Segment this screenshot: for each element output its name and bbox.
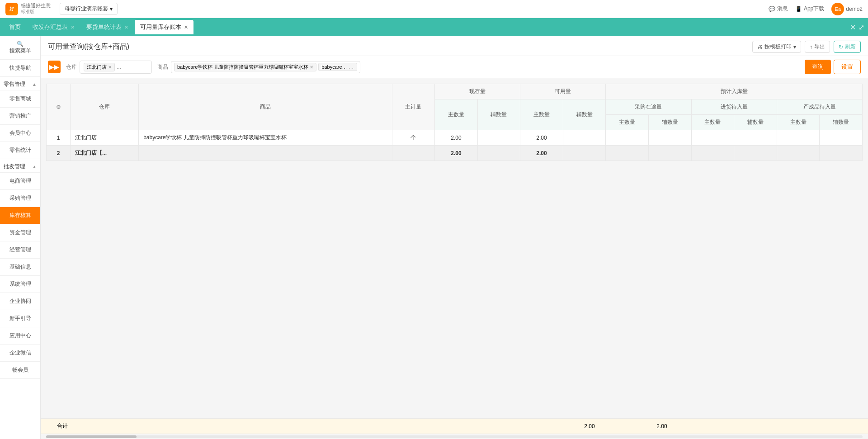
tab-available-inventory[interactable]: 可用量库存账本 ✕	[135, 20, 193, 34]
col-avail-aux-header: 辅数量	[563, 99, 606, 130]
sidebar-item-member[interactable]: 会员中心	[0, 125, 40, 142]
expand-icon[interactable]: ⤢	[859, 23, 864, 32]
col-planned-header: 预计入库量	[606, 84, 863, 99]
tab-collection-summary-label: 收发存汇总表	[33, 23, 68, 31]
product-input[interactable]: babycare学饮杯 儿童防摔防撞吸管杯重力球吸嘴杯宝宝水杯 ✕ babyca…	[171, 61, 360, 73]
col-settings[interactable]: ⚙	[47, 84, 71, 130]
product-filter-group: 商品 babycare学饮杯 儿童防摔防撞吸管杯重力球吸嘴杯宝宝水杯 ✕ bab…	[157, 61, 360, 73]
cell-product: babycare学饮杯 儿童防摔防撞吸管杯重力球吸嘴杯宝宝水杯	[139, 130, 392, 146]
col-purchased-aux-header: 辅数量	[648, 115, 691, 130]
total-label: 合计	[57, 422, 98, 430]
sidebar-item-ecommerce[interactable]: 电商管理	[0, 173, 40, 190]
cell-incoming-main	[691, 130, 734, 146]
sidebar-wechat-label: 企业微信	[9, 349, 31, 356]
subtotal-warehouse: 江北门店【...	[71, 146, 139, 161]
total-avail-main: 2.00	[644, 423, 680, 430]
sidebar-ecommerce-label: 电商管理	[9, 178, 31, 184]
col-purchased-transit-header: 采购在途量	[606, 99, 691, 115]
scrollbar-area	[41, 434, 868, 439]
settings-icon: ⚙	[56, 104, 61, 110]
sidebar-item-operations[interactable]: 经营管理	[0, 241, 40, 259]
sidebar-retail-stats-label: 零售统计	[9, 147, 31, 153]
filter-expand-btn[interactable]: ▶▶	[48, 61, 61, 73]
tab-order-stats[interactable]: 要货单统计表 ✕	[81, 20, 134, 34]
remove-warehouse-btn[interactable]: ✕	[108, 65, 112, 70]
print-btn[interactable]: 🖨 按模板打印 ▾	[752, 41, 801, 53]
sidebar-item-wechat[interactable]: 企业微信	[0, 345, 40, 362]
product-tag1-text: babycare学饮杯 儿童防摔防撞吸管杯重力球吸嘴杯宝宝水杯	[177, 64, 308, 71]
cell-finished-aux	[820, 130, 863, 146]
product-label: 商品	[157, 63, 168, 71]
warehouse-input[interactable]: 江北门店 ✕ ...	[80, 61, 152, 74]
sidebar-item-quick-nav[interactable]: 快捷导航	[0, 60, 40, 77]
nav-tabs: 首页 收发存汇总表 ✕ 要货单统计表 ✕ 可用量库存账本 ✕ ✕ ⤢	[0, 18, 868, 36]
col-finished-main-header: 主数量	[777, 115, 820, 130]
product-more-icon: …	[349, 64, 354, 70]
download-icon: 📱	[795, 6, 802, 12]
top-bar-left: 好 畅捷通好生意 标准版 母婴行业演示账套 ▾	[5, 3, 118, 15]
main-layout: 🔍 搜索菜单 快捷导航 零售管理 ▲ 零售商城 营销推广 会员中心 零售统计 批…	[0, 36, 868, 439]
top-bar-right: 💬 消息 📱 App下载 Ea demo2	[769, 3, 863, 15]
col-incoming-aux-header: 辅数量	[734, 115, 777, 130]
cell-purchased-aux	[648, 130, 691, 146]
query-button[interactable]: 查询	[805, 60, 831, 74]
tab-close-icon[interactable]: ✕	[71, 24, 75, 30]
logo-area: 好 畅捷通好生意 标准版	[5, 3, 51, 15]
tab-close-icon[interactable]: ✕	[124, 24, 128, 30]
cell-warehouse: 江北门店	[71, 130, 139, 146]
subtotal-finished-main	[777, 146, 820, 161]
subtotal-finished-aux	[820, 146, 863, 161]
data-table: ⚙ 仓库 商品 主计量 现存量	[46, 84, 863, 161]
sidebar-item-finance[interactable]: 资金管理	[0, 224, 40, 241]
sidebar-item-retail-mall[interactable]: 零售商城	[0, 90, 40, 108]
scrollbar-track[interactable]	[46, 435, 863, 438]
page-header: 可用量查询(按仓库+商品) 🖨 按模板打印 ▾ ↑ 导出 ↻ 刷新	[41, 36, 868, 56]
product-tag1: babycare学饮杯 儿童防摔防撞吸管杯重力球吸嘴杯宝宝水杯 ✕	[174, 63, 316, 71]
scrollbar-thumb[interactable]	[46, 435, 137, 438]
app-download-label: App下载	[804, 5, 824, 13]
tab-home[interactable]: 首页	[4, 20, 26, 34]
tab-collection-summary[interactable]: 收发存汇总表 ✕	[27, 20, 80, 34]
sidebar-section-wholesale[interactable]: 批发管理 ▲	[0, 159, 40, 173]
message-btn[interactable]: 💬 消息	[769, 5, 788, 13]
col-available-header: 可用量	[520, 84, 606, 99]
sidebar-item-enterprise[interactable]: 企业协同	[0, 293, 40, 310]
sidebar-item-purchase[interactable]: 采购管理	[0, 190, 40, 207]
cell-stock-main: 2.00	[435, 130, 478, 146]
app-download-btn[interactable]: 📱 App下载	[795, 5, 824, 13]
user-area[interactable]: Ea demo2	[831, 3, 863, 15]
sidebar-inventory-label: 库存核算	[9, 212, 31, 218]
sidebar-item-guide[interactable]: 新手引导	[0, 310, 40, 327]
table-footer: 合计 2.00 2.00	[41, 418, 868, 434]
sidebar-item-basic-info[interactable]: 基础信息	[0, 259, 40, 276]
sidebar-item-system[interactable]: 系统管理	[0, 276, 40, 293]
sidebar-item-retail-stats[interactable]: 零售统计	[0, 142, 40, 159]
tab-home-label: 首页	[9, 23, 21, 31]
print-icon: 🖨	[757, 44, 763, 50]
sidebar-member2-label: 畅会员	[12, 367, 28, 373]
tab-available-inventory-label: 可用量库存账本	[140, 23, 181, 31]
org-selector[interactable]: 母婴行业演示账套 ▾	[60, 3, 118, 15]
sidebar-finance-label: 资金管理	[9, 229, 31, 236]
settings-button[interactable]: 设置	[834, 60, 861, 74]
col-incoming-main-header: 主数量	[691, 115, 734, 130]
tab-close-icon[interactable]: ✕	[184, 24, 188, 30]
sidebar-item-app-center[interactable]: 应用中心	[0, 327, 40, 345]
page-title: 可用量查询(按仓库+商品)	[48, 42, 129, 52]
sidebar-item-marketing[interactable]: 营销推广	[0, 108, 40, 125]
export-btn[interactable]: ↑ 导出	[805, 41, 830, 53]
close-all-tabs-btn[interactable]: ✕	[850, 23, 856, 32]
sidebar-item-inventory[interactable]: 库存核算	[0, 207, 40, 224]
remove-product1-btn[interactable]: ✕	[310, 65, 313, 70]
sidebar-section-retail[interactable]: 零售管理 ▲	[0, 77, 40, 90]
refresh-btn[interactable]: ↻ 刷新	[834, 41, 861, 53]
sidebar-marketing-label: 营销推广	[9, 113, 31, 119]
table-container: ⚙ 仓库 商品 主计量 现存量	[41, 78, 868, 418]
warehouse-label: 仓库	[66, 63, 77, 71]
sidebar: 🔍 搜索菜单 快捷导航 零售管理 ▲ 零售商城 营销推广 会员中心 零售统计 批…	[0, 36, 41, 439]
logo-text-area: 畅捷通好生意 标准版	[21, 3, 51, 15]
sidebar-search[interactable]: 🔍 搜索菜单	[0, 36, 40, 60]
sidebar-section-wholesale-label: 批发管理	[4, 163, 25, 170]
cell-finished-main	[777, 130, 820, 146]
sidebar-item-member2[interactable]: 畅会员	[0, 362, 40, 379]
